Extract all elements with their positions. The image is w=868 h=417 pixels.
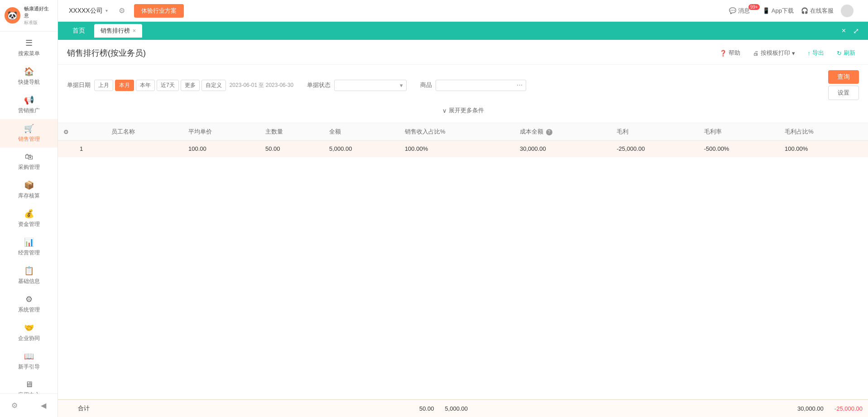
cell-gross-ratio: 100.00% <box>779 141 868 157</box>
sidebar-bottom: ⚙ ◀ <box>0 393 58 417</box>
home-icon: 🏠 <box>24 67 34 77</box>
date-btn-more[interactable]: 更多 <box>181 80 200 91</box>
sidebar-item-purchase[interactable]: 🛍 采购管理 <box>0 148 58 176</box>
table-footer: 合计 50.00 5,000.00 30,000.00 -25,000.00 <box>58 399 868 417</box>
online-service-button[interactable]: 🎧 在线客服 <box>801 7 834 15</box>
cooperation-icon: 🤝 <box>24 323 34 333</box>
table-container: ⚙ 员工名称 平均单价 主数量 全额 销售收入占比% 成本全额 ? 毛利 毛利率 <box>58 123 868 417</box>
cell-gross: -25,000.00 <box>611 141 699 157</box>
avatar[interactable] <box>841 5 854 17</box>
tab-sales-ranking[interactable]: 销售排行榜 × <box>94 24 142 38</box>
sidebar-item-apps[interactable]: 🖥 应用中心 <box>0 375 58 393</box>
table-row: 1 100.00 50.00 5,000.00 100.00% 30,000.0… <box>58 141 868 157</box>
sidebar-item-quick-nav[interactable]: 🏠 快捷导航 <box>0 62 58 91</box>
date-filter: 单据日期 上月 本月 本年 近7天 更多 自定义 2023-06-01 至 20… <box>67 80 293 91</box>
sidebar-nav: ☰ 搜索菜单 🏠 快捷导航 📢 营销推广 🛒 销售管理 🛍 采购管理 📦 库存核… <box>0 32 58 393</box>
chevron-down-icon: ∨ <box>442 107 447 114</box>
cell-avg-price: 100.00 <box>183 141 260 157</box>
sidebar-item-marketing[interactable]: 📢 营销推广 <box>0 91 58 119</box>
search-menu-icon: ☰ <box>25 38 33 48</box>
cost-info-icon[interactable]: ? <box>546 129 552 135</box>
col-avg-price: 平均单价 <box>183 123 260 141</box>
message-icon: 💬 <box>729 7 736 14</box>
query-settings-group: 查询 设置 <box>828 70 859 100</box>
headset-icon: 🎧 <box>801 7 808 14</box>
goods-input[interactable] <box>436 80 526 91</box>
sidebar-item-search[interactable]: ☰ 搜索菜单 <box>0 34 58 62</box>
col-amount: 全额 <box>324 123 399 141</box>
sidebar-settings-button[interactable]: ⚙ <box>10 399 19 412</box>
sidebar-collapse-button[interactable]: ◀ <box>39 399 48 412</box>
print-chevron-icon: ▾ <box>792 50 795 57</box>
chevron-down-icon: ▾ <box>106 8 108 13</box>
app-download-icon: 📱 <box>762 7 770 14</box>
sidebar-item-basics[interactable]: 📋 基础信息 <box>0 261 58 290</box>
window-close-button[interactable]: × <box>840 25 848 37</box>
date-btn-7days[interactable]: 近7天 <box>157 80 179 91</box>
export-button[interactable]: ↑ 导出 <box>804 47 828 59</box>
sidebar-item-finance[interactable]: 💰 资金管理 <box>0 204 58 233</box>
status-filter-label: 单据状态 <box>307 81 331 89</box>
col-gross-ratio: 毛利占比% <box>779 123 868 141</box>
message-badge: 99+ <box>748 4 760 10</box>
export-icon: ↑ <box>808 50 811 57</box>
refresh-button[interactable]: ↻ 刷新 <box>833 47 859 59</box>
cell-sales-ratio: 100.00% <box>399 141 514 157</box>
col-rank <box>74 123 106 141</box>
date-btn-this-month[interactable]: 本月 <box>115 80 134 91</box>
cell-name <box>106 141 183 157</box>
main-area: XXXXX公司 ▾ ⚙ 体验行业方案 💬 消息 99+ 📱 App下载 🎧 在线… <box>58 0 868 417</box>
message-button[interactable]: 💬 消息 99+ <box>729 7 755 15</box>
col-gross: 毛利 <box>611 123 699 141</box>
col-settings[interactable]: ⚙ <box>58 123 74 141</box>
date-btn-custom[interactable]: 自定义 <box>201 80 226 91</box>
trial-button[interactable]: 体验行业方案 <box>134 4 184 18</box>
company-settings-icon[interactable]: ⚙ <box>119 6 125 15</box>
filter-row: 单据日期 上月 本月 本年 近7天 更多 自定义 2023-06-01 至 20… <box>67 70 859 100</box>
query-button[interactable]: 查询 <box>828 70 859 84</box>
goods-filter: 商品 ··· <box>420 80 526 91</box>
col-name: 员工名称 <box>106 123 183 141</box>
sidebar-item-cooperation[interactable]: 🤝 企业协同 <box>0 318 58 347</box>
cell-rank: 1 <box>74 141 106 157</box>
tab-bar-right: × ⤢ <box>840 25 861 37</box>
date-btn-prev-month[interactable]: 上月 <box>94 80 113 91</box>
date-filter-label: 单据日期 <box>67 81 91 89</box>
cell-gross-rate: -500.00% <box>699 141 779 157</box>
company-selector[interactable]: XXXXX公司 ▾ <box>65 5 111 17</box>
print-button[interactable]: 🖨 按模板打印 ▾ <box>749 47 799 59</box>
inventory-icon: 📦 <box>24 180 34 190</box>
sidebar: 🐼 畅康通好生意 标准版 ☰ 搜索菜单 🏠 快捷导航 📢 营销推广 🛒 销售管理… <box>0 0 58 417</box>
window-expand-button[interactable]: ⤢ <box>851 25 861 37</box>
status-filter: 单据状态 <box>307 80 407 91</box>
page-title: 销售排行榜(按业务员) <box>67 48 146 58</box>
date-range-display: 2023-06-01 至 2023-06-30 <box>230 81 293 89</box>
footer-amount: 5,000.00 <box>445 405 468 412</box>
goods-filter-label: 商品 <box>420 81 432 89</box>
tab-bar: 首页 销售排行榜 × × ⤢ <box>58 22 868 40</box>
status-select[interactable] <box>334 80 407 91</box>
date-btn-this-year[interactable]: 本年 <box>136 80 155 91</box>
tab-close-icon[interactable]: × <box>133 28 136 34</box>
logo-text: 畅康通好生意 标准版 <box>24 5 53 26</box>
help-icon: ❓ <box>719 50 727 57</box>
sidebar-item-system[interactable]: ⚙ 系统管理 <box>0 290 58 318</box>
footer-cost: 30,000.00 <box>797 405 824 412</box>
sidebar-item-sales[interactable]: 🛒 销售管理 <box>0 119 58 148</box>
app-download-button[interactable]: 📱 App下载 <box>762 7 794 15</box>
sidebar-item-operations[interactable]: 📊 经营管理 <box>0 233 58 261</box>
apps-icon: 🖥 <box>25 380 33 389</box>
sidebar-item-inventory[interactable]: 📦 库存核算 <box>0 176 58 204</box>
help-button[interactable]: ❓ 帮助 <box>716 47 744 59</box>
refresh-icon: ↻ <box>837 50 842 57</box>
date-buttons: 上月 本月 本年 近7天 更多 自定义 <box>94 80 226 91</box>
goods-more-icon[interactable]: ··· <box>517 81 523 89</box>
tab-home[interactable]: 首页 <box>65 23 92 38</box>
sidebar-item-guide[interactable]: 📖 新手引导 <box>0 347 58 375</box>
settings-button[interactable]: 设置 <box>828 86 859 100</box>
logo-icon: 🐼 <box>5 7 20 24</box>
guide-icon: 📖 <box>24 351 34 361</box>
data-table: ⚙ 员工名称 平均单价 主数量 全额 销售收入占比% 成本全额 ? 毛利 毛利率 <box>58 123 868 157</box>
cell-amount: 5,000.00 <box>324 141 399 157</box>
expand-more-button[interactable]: ∨ 展开更多条件 <box>67 104 859 117</box>
